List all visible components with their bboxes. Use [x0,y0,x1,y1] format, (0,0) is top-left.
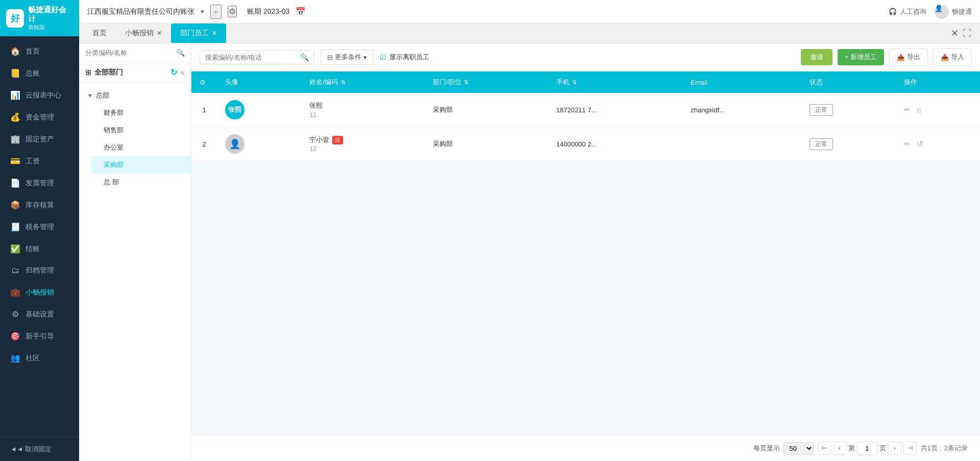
th-actions: 操作 [896,71,980,93]
sidebar-label-community: 社区 [26,354,40,363]
tab-expense-close[interactable]: ✕ [157,30,162,37]
row-phone-1: 18720211 7... [548,93,683,127]
dept-search-icon[interactable]: 🔍 [176,48,185,57]
sidebar-item-reports[interactable]: 📊 云报表中心 [0,84,79,106]
sidebar-item-funds[interactable]: 💰 资金管理 [0,106,79,128]
support-button[interactable]: 🎧 人工咨询 [889,7,926,16]
dept-search-box: 🔍 [79,43,191,62]
sidebar-item-closing[interactable]: ✅ 结账 [0,238,79,260]
community-icon: 👥 [10,353,20,363]
sidebar-item-invoice[interactable]: 📄 发票管理 [0,172,79,194]
next-page-button[interactable]: › [888,442,901,455]
sidebar-item-community[interactable]: 👥 社区 [0,347,79,369]
sidebar-item-archive[interactable]: 🗂 归档管理 [0,260,79,281]
row-dept-1: 采购部 [425,93,548,127]
dept-item-sales[interactable]: 销售部 [91,122,191,139]
sidebar-label-closing: 结账 [26,245,40,254]
row-email-2 [682,127,801,161]
th-name[interactable]: 姓名/编码 ⇅ [301,71,425,93]
dept-item-purchasing[interactable]: 采购部 [91,156,191,174]
sidebar-item-expense[interactable]: 💼 小畅报销 [0,281,79,303]
dept-item-headquarters[interactable]: ▼ 总部 [79,87,191,104]
sidebar-label-inventory: 库存核算 [26,201,54,210]
dept-header-label: 全部部门 [94,68,123,77]
sidebar-item-assets[interactable]: 🏢 固定资产 [0,128,79,150]
import-label: 导入 [951,53,964,62]
table-body: 1 张熙 张熙 11 [191,93,980,161]
dept-grid-icon: ⊞ [85,68,91,77]
tab-employee-label: 部门员工 [180,29,209,38]
import-button[interactable]: 📥 导入 [933,48,972,66]
company-dropdown[interactable]: ▾ [201,8,204,15]
tab-employee-close[interactable]: ✕ [212,30,217,37]
row-name-1: 张熙 11 [301,93,425,127]
topbar-settings-button[interactable]: ⚙ [228,6,237,17]
th-dept[interactable]: 部门/职位 ⇅ [425,71,548,93]
row-dept-2: 采购部 [425,127,548,161]
add-employee-button[interactable]: + 新增员工 [838,49,884,65]
sidebar-item-ledger[interactable]: 📒 总账 [0,62,79,84]
add-company-button[interactable]: ＋ [210,5,222,19]
dept-label-headquarters: 总部 [96,91,109,100]
sidebar-item-inventory[interactable]: 📦 库存核算 [0,194,79,216]
user-menu[interactable]: 👤 畅捷通 [935,5,972,19]
invite-button[interactable]: 邀请 [801,49,832,65]
tab-expense[interactable]: 小畅报销 ✕ [116,23,171,43]
tab-home[interactable]: 首页 [83,23,116,43]
employee-search-icon[interactable]: 🔍 [300,53,309,61]
employee-name-2: 宁小壹 [309,135,329,144]
sidebar-item-salary[interactable]: 💳 工资 [0,150,79,172]
employee-search-input[interactable] [205,54,297,61]
sidebar-label-tax: 税务管理 [26,223,54,232]
logout-icon-1[interactable]: ⎋ [917,106,921,114]
dept-collapse-icon[interactable]: « [180,68,185,77]
sidebar-item-tax[interactable]: 🧾 税务管理 [0,216,79,238]
edit-icon-2[interactable]: ✏ [904,139,911,149]
reports-icon: 📊 [10,90,20,100]
th-settings[interactable]: ⚙ [191,71,217,93]
sidebar-item-settings[interactable]: ⚙ 基础设置 [0,303,79,325]
headset-icon: 🎧 [889,8,897,15]
show-resigned-toggle[interactable]: ☑ 显示离职员工 [380,53,429,62]
import-icon: 📥 [941,54,949,61]
delete-icon-2[interactable]: ↺ [917,139,923,149]
dept-item-office[interactable]: 办公室 [91,139,191,156]
tab-employee[interactable]: 部门员工 ✕ [171,23,226,43]
sidebar-nav: 🏠 首页 📒 总账 📊 云报表中心 💰 资金管理 🏢 固定资产 💳 工资 📄 发… [0,36,79,437]
row-actions-2: ✏ ↺ [896,127,980,161]
guide-icon: 🎯 [10,331,20,341]
page-nav: ⊢ ‹ 第 页 › ⊣ [818,442,917,455]
per-page-label: 每页显示 [753,444,780,453]
dept-toggle-headquarters: ▼ [87,92,93,99]
dept-search-input[interactable] [85,49,173,57]
prev-page-button[interactable]: ‹ [833,442,846,455]
export-button[interactable]: 📤 导出 [889,48,928,66]
employee-search-box: 🔍 [200,50,314,64]
status-badge-1: 正常 [810,104,833,116]
dept-item-hq2[interactable]: 总 部 [91,174,191,191]
per-page-dropdown[interactable]: 50 10 20 100 [783,442,814,455]
unpin-label: ◄◄ 取消固定 [10,445,52,454]
last-page-button[interactable]: ⊣ [903,442,917,455]
expand-panel-button[interactable]: ⛶ [963,28,972,39]
sidebar-item-guide[interactable]: 🎯 新手引导 [0,325,79,347]
close-panel-button[interactable]: ✕ [951,28,959,39]
sidebar-item-home[interactable]: 🏠 首页 [0,40,79,62]
edit-icon-1[interactable]: ✏ [904,105,911,114]
unpin-button[interactable]: ◄◄ 取消固定 [0,437,79,461]
department-panel: 🔍 ⊞ 全部部门 ↻ « ▼ 总部 财务部 销售部 [79,43,191,461]
row-status-2: 正常 [801,127,895,161]
topbar: 江西服宝精品有限责任公司内账张 ▾ ＋ ⚙ 账期 2023-03 📅 🎧 人工咨… [79,0,980,23]
dept-label-office: 办公室 [104,143,124,152]
th-phone[interactable]: 手机 ⇅ [548,71,683,93]
sidebar-label-guide: 新手引导 [26,332,54,341]
app-logo: 好 畅捷通好会计 旗舰版 [0,0,79,36]
page-input[interactable] [857,442,877,455]
filter-button[interactable]: ⊟ 更多条件 ▾ [321,50,374,65]
first-page-button[interactable]: ⊢ [818,442,831,455]
dept-item-finance[interactable]: 财务部 [91,104,191,122]
calendar-icon[interactable]: 📅 [296,7,306,16]
dept-refresh-icon[interactable]: ↻ [170,67,177,77]
employee-name-1: 张熙 [309,101,323,110]
dept-label-sales: 销售部 [104,126,124,135]
